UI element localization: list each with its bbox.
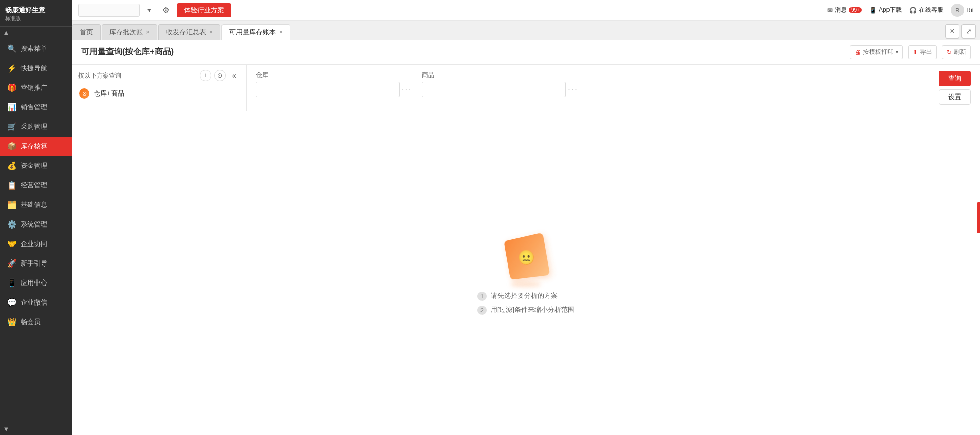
scheme-icon: ⊙ [79, 88, 89, 99]
warehouse-label: 仓库 [256, 71, 412, 80]
basic-icon: 🗂️ [7, 200, 16, 210]
add-scheme-button[interactable]: + [200, 70, 211, 81]
sidebar-item-inventory[interactable]: 📦 库存核算 [0, 137, 72, 156]
app-download-button[interactable]: 📱 App下载 [869, 6, 902, 14]
goods-input-wrap: ··· [422, 82, 578, 97]
export-icon: ⬆ [913, 49, 918, 56]
settings-button[interactable]: 设置 [939, 89, 971, 105]
appcenter-icon: 📱 [7, 278, 16, 288]
sidebar-item-basic[interactable]: 🗂️ 基础信息 [0, 195, 72, 215]
tab-close-icon[interactable]: × [209, 29, 213, 35]
warehouse-more-icon[interactable]: ··· [402, 85, 412, 94]
sidebar-item-label: 企业协同 [21, 239, 47, 249]
search-icon: 🔍 [7, 44, 16, 53]
sales-icon: 📊 [7, 103, 16, 112]
sidebar-item-label: 搜索菜单 [21, 44, 47, 53]
newbie-icon: 🚀 [7, 259, 16, 268]
scroll-down-btn[interactable]: ▼ [0, 423, 12, 435]
tab-label: 收发存汇总表 [166, 28, 206, 37]
tab-available[interactable]: 可用量库存账本 × [221, 24, 290, 40]
sidebar-item-wechat[interactable]: 💬 企业微信 [0, 293, 72, 312]
sidebar-item-quick[interactable]: ⚡ 快捷导航 [0, 59, 72, 78]
filter-header: 按以下方案查询 + ⊙ « [72, 70, 246, 85]
filter-left-actions: + ⊙ « [200, 70, 240, 81]
sidebar-item-label: 采购管理 [21, 122, 47, 131]
headset-icon: 🎧 [909, 7, 917, 14]
print-button[interactable]: 🖨 按模板打印 ▾ [850, 45, 903, 59]
phone-icon: 📱 [869, 7, 877, 14]
sidebar-item-label: 经营管理 [21, 181, 47, 190]
tab-batch[interactable]: 库存批次账 × [102, 24, 157, 40]
quick-icon: ⚡ [7, 64, 16, 73]
sidebar: 畅康通好生意 标准版 ▲ 🔍 搜索菜单 ⚡ 快捷导航 🎁 营销推广 📊 销售管理… [0, 0, 72, 435]
search-input[interactable] [78, 4, 140, 17]
scheme-label: 仓库+商品 [94, 89, 124, 98]
sidebar-item-coop[interactable]: 🤝 企业协同 [0, 234, 72, 254]
gear-icon[interactable]: ⚙ [158, 3, 173, 17]
sidebar-item-newbie[interactable]: 🚀 新手引导 [0, 254, 72, 273]
sidebar-item-operations[interactable]: 📋 经营管理 [0, 176, 72, 195]
coop-icon: 🤝 [7, 239, 16, 249]
export-button[interactable]: ⬆ 导出 [908, 45, 937, 59]
goods-input[interactable] [422, 82, 566, 97]
purchase-icon: 🛒 [7, 122, 16, 131]
expand-button[interactable]: ⤢ [961, 24, 976, 39]
dropdown-icon[interactable]: ▾ [144, 4, 154, 17]
sidebar-item-label: 库存核算 [21, 142, 47, 151]
sidebar-item-appcenter[interactable]: 📱 应用中心 [0, 273, 72, 293]
close-all-tabs-button[interactable]: × [945, 24, 959, 39]
tab-label: 库存批次账 [109, 28, 143, 37]
query-button[interactable]: 查询 [939, 71, 971, 86]
export-label: 导出 [920, 48, 932, 56]
tip-text-1: 请先选择要分析的方案 [491, 291, 558, 300]
goods-more-icon[interactable]: ··· [568, 85, 578, 94]
collapse-panel-button[interactable]: « [229, 70, 240, 81]
page-header: 可用量查询(按仓库+商品) 🖨 按模板打印 ▾ ⬆ 导出 ↻ 刷新 [72, 40, 980, 65]
empty-box: 😐 [504, 232, 550, 279]
tabbar-actions: × ⤢ [945, 24, 980, 40]
finance-icon: 💰 [7, 161, 16, 171]
manage-scheme-button[interactable]: ⊙ [214, 70, 226, 81]
chevron-down-icon[interactable]: ▾ [896, 49, 898, 55]
content-area: 😐 1 请先选择要分析的方案 2 用[过滤]条件来缩小分析范围 [72, 111, 980, 435]
refresh-icon: ↻ [947, 49, 952, 56]
tab-close-icon[interactable]: × [279, 29, 283, 35]
sidebar-item-search[interactable]: 🔍 搜索菜单 [0, 39, 72, 59]
sidebar-item-label: 销售管理 [21, 103, 47, 112]
sidebar-item-label: 基础信息 [21, 200, 47, 210]
trial-button[interactable]: 体验行业方案 [177, 3, 231, 17]
app-edition: 标准版 [5, 15, 67, 22]
sidebar-item-label: 畅会员 [21, 317, 41, 327]
empty-illustration: 😐 [500, 232, 551, 283]
right-edge-indicator [977, 202, 980, 233]
tab-collect[interactable]: 收发存汇总表 × [158, 24, 220, 40]
service-button[interactable]: 🎧 在线客服 [909, 6, 944, 14]
tab-home[interactable]: 首页 [72, 24, 101, 40]
tip-text-2: 用[过滤]条件来缩小分析范围 [491, 305, 575, 314]
tab-label: 首页 [80, 28, 93, 37]
tip-number-1: 1 [477, 292, 487, 301]
empty-state: 😐 1 请先选择要分析的方案 2 用[过滤]条件来缩小分析范围 [477, 232, 575, 315]
empty-tip-1: 1 请先选择要分析的方案 [477, 291, 575, 301]
scheme-item-warehouse-goods[interactable]: ⊙ 仓库+商品 [72, 85, 246, 102]
warehouse-input[interactable] [256, 82, 400, 97]
sidebar-item-system[interactable]: ⚙️ 系统管理 [0, 215, 72, 234]
sidebar-item-label: 快捷导航 [21, 64, 47, 73]
tab-close-icon[interactable]: × [146, 29, 150, 35]
sidebar-menu: 🔍 搜索菜单 ⚡ 快捷导航 🎁 营销推广 📊 销售管理 🛒 采购管理 📦 库存核… [0, 39, 72, 423]
user-button[interactable]: R Rit [951, 4, 974, 17]
message-button[interactable]: ✉ 消息 99+ [827, 6, 862, 14]
app-name: 畅康通好生意 [5, 6, 67, 15]
sidebar-item-label: 营销推广 [21, 83, 47, 92]
sidebar-header: 畅康通好生意 标准版 [0, 0, 72, 27]
sidebar-item-member[interactable]: 👑 畅会员 [0, 312, 72, 332]
page-title: 可用量查询(按仓库+商品) [81, 47, 174, 58]
warehouse-field: 仓库 ··· [256, 71, 412, 97]
sidebar-item-purchase[interactable]: 🛒 采购管理 [0, 117, 72, 137]
sidebar-item-marketing[interactable]: 🎁 营销推广 [0, 78, 72, 98]
sidebar-item-finance[interactable]: 💰 资金管理 [0, 156, 72, 176]
scroll-up-btn[interactable]: ▲ [0, 27, 12, 39]
empty-tips: 1 请先选择要分析的方案 2 用[过滤]条件来缩小分析范围 [477, 291, 575, 315]
sidebar-item-sales[interactable]: 📊 销售管理 [0, 98, 72, 117]
refresh-button[interactable]: ↻ 刷新 [942, 45, 971, 59]
